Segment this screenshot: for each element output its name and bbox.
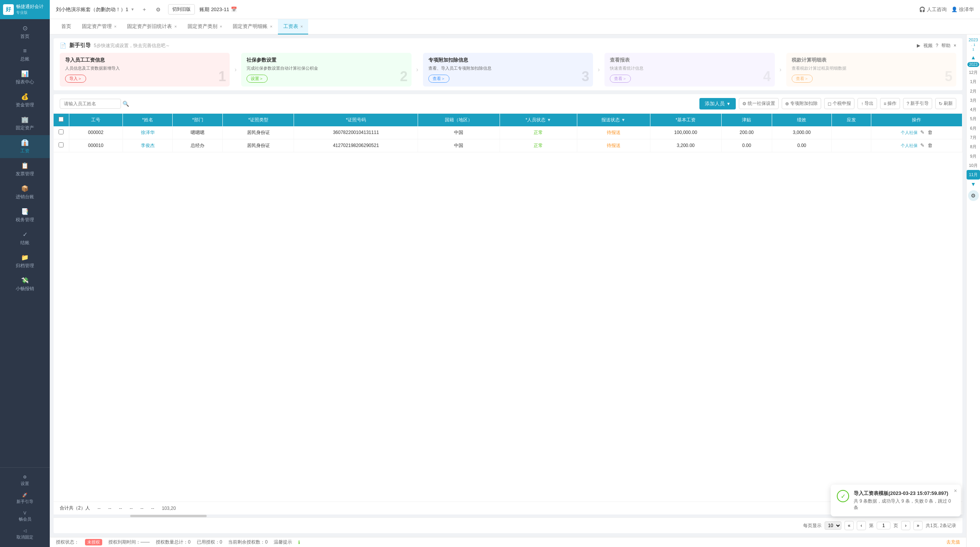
guide-close-button[interactable]: × <box>954 43 956 48</box>
calendar-icon[interactable]: 📅 <box>231 7 237 12</box>
account-selector[interactable]: 刘小艳演示账套（勿删勿动！）1 ▼ <box>56 6 134 13</box>
employee-name-link[interactable]: 徐泽华 <box>141 130 155 135</box>
add-account-button[interactable]: ＋ <box>139 4 150 15</box>
edit-icon[interactable]: ✎ <box>920 142 924 148</box>
cal-month-8[interactable]: 8月 <box>967 142 980 151</box>
cal-month-dec-prev[interactable]: 12月 <box>967 68 980 77</box>
ai-consult-button[interactable]: 🎧 人工咨询 <box>919 6 947 13</box>
prev-page-button[interactable]: ‹ <box>857 521 866 530</box>
table-row: 000010 李俊杰 总经办 居民身份证 412702198206290521 … <box>54 139 962 152</box>
sidebar-item-invoice[interactable]: 📋 发票管理 <box>0 158 50 181</box>
page-content: 📄 新手引导 5步快速完成设置，快去完善信息吧～ ▶ 视频 ? 帮助 × <box>50 34 980 547</box>
social-insurance-button[interactable]: ⚙ 统一社保设置 <box>739 98 779 109</box>
employee-name-link[interactable]: 李俊杰 <box>141 143 155 148</box>
tab-home[interactable]: 首页 <box>56 19 77 34</box>
settings-button[interactable]: ⚙ <box>153 4 163 15</box>
tax-declare-button[interactable]: ◻ 个税申报 <box>824 98 854 109</box>
personal-insurance-link[interactable]: 个人社保 <box>901 130 918 135</box>
calendar-up-button[interactable]: ▲ <box>968 53 979 62</box>
step-3-btn[interactable]: 查看＞ <box>428 75 449 83</box>
newbie-guide-button[interactable]: ? 新手引导 <box>903 98 932 109</box>
person-status-filter-icon[interactable]: ▼ <box>547 118 551 122</box>
cal-month-6[interactable]: 6月 <box>967 124 980 133</box>
personal-insurance-link[interactable]: 个人社保 <box>901 143 918 148</box>
step-1-btn[interactable]: 导入＞ <box>65 75 86 83</box>
guide-video-link[interactable]: 视频 <box>923 42 933 49</box>
sidebar-item-settings[interactable]: ⚙ 设置 <box>2 472 48 490</box>
cal-month-1[interactable]: 1月 <box>967 77 980 86</box>
step-2-btn[interactable]: 设置＞ <box>247 75 268 83</box>
toolbar-right: 添加人员 ▼ ⚙ 统一社保设置 ⊕ 专项附加扣除 ◻ <box>699 98 956 109</box>
next-page-button[interactable]: › <box>901 521 910 530</box>
sidebar-item-payroll[interactable]: 👔 工资 <box>0 135 50 158</box>
unpin-button[interactable]: ◁ 取消固定 <box>2 525 48 543</box>
sidebar-item-funds[interactable]: 💰 资金管理 <box>0 89 50 112</box>
sidebar-item-purchase[interactable]: 📦 进销台账 <box>0 181 50 204</box>
delete-icon[interactable]: 🗑 <box>928 142 933 148</box>
page-input[interactable]: 1 <box>877 522 890 529</box>
cal-month-3[interactable]: 3月 <box>967 96 980 105</box>
special-deduction-button[interactable]: ⊕ 专项附加扣除 <box>782 98 821 109</box>
last-page-button[interactable]: » <box>913 521 923 530</box>
per-page-select[interactable]: 10 20 50 <box>825 521 841 530</box>
tab-close-category[interactable]: × <box>220 24 222 29</box>
account-name: 刘小艳演示账套（勿删勿动！）1 <box>56 6 128 13</box>
data-table-wrapper: 工号 *姓名 *部门 *证照类型 *证照号码 国籍（地区） *人员状态 ▼ <box>54 114 962 502</box>
sidebar-item-ledger[interactable]: ≡ 总账 <box>0 44 50 66</box>
toast-success-icon: ✓ <box>837 490 849 502</box>
first-page-button[interactable]: « <box>844 521 854 530</box>
total-records: 共1页, 2条记录 <box>926 523 956 529</box>
cal-month-2[interactable]: 2月 <box>967 87 980 96</box>
sidebar-item-home[interactable]: ⊙ 首页 <box>0 21 50 44</box>
tab-category[interactable]: 固定资产类别 × <box>182 19 227 34</box>
cal-month-4[interactable]: 4月 <box>967 105 980 114</box>
search-input[interactable] <box>60 99 121 109</box>
switch-version-button[interactable]: 切到旧版 <box>168 4 195 15</box>
guide-steps: 1 导入员工工资信息 人员信息及工资数据新增导入 导入＞ › 2 社保参数设置 … <box>60 53 956 87</box>
edit-icon[interactable]: ✎ <box>920 129 924 135</box>
scrollbar-thumb[interactable] <box>130 515 207 517</box>
sidebar-item-archive[interactable]: 📁 归档管理 <box>0 250 50 273</box>
tab-fixed-assets[interactable]: 固定资产管理 × <box>77 19 122 34</box>
add-person-button[interactable]: 添加人员 ▼ <box>699 98 736 109</box>
cal-month-10[interactable]: 10月 <box>967 161 980 170</box>
cal-month-11[interactable]: 11月 <box>967 170 980 179</box>
sidebar-item-close[interactable]: ✓ 结账 <box>0 227 50 250</box>
refresh-button[interactable]: ↻ 刷新 <box>935 98 956 109</box>
header-checkbox[interactable] <box>54 114 69 126</box>
user-menu[interactable]: 👤 徐泽华 <box>951 6 974 13</box>
tab-close-payroll[interactable]: × <box>301 24 303 29</box>
sidebar-item-guide[interactable]: 🚀 新手引导 <box>2 490 48 508</box>
tab-close-detail-ledger[interactable]: × <box>270 24 272 29</box>
sidebar-item-tax[interactable]: 📑 税务管理 <box>0 204 50 227</box>
step-4-btn[interactable]: 查看＞ <box>610 75 631 83</box>
cal-month-5[interactable]: 5月 <box>967 114 980 123</box>
export-button[interactable]: ↑ 导出 <box>858 98 877 109</box>
assets-icon: 🏢 <box>21 116 29 123</box>
row-checkbox[interactable] <box>54 139 69 152</box>
operations-button[interactable]: ≡ 操作 <box>880 98 900 109</box>
calendar-down-button[interactable]: ▼ <box>968 180 979 189</box>
cal-month-7[interactable]: 7月 <box>967 133 980 142</box>
tab-depreciation[interactable]: 固定资产折旧统计表 × <box>122 19 182 34</box>
tab-detail-ledger[interactable]: 固定资产明细账 × <box>227 19 278 34</box>
step-5-btn[interactable]: 查看＞ <box>792 75 813 83</box>
submit-status-filter-icon[interactable]: ▼ <box>621 118 626 122</box>
charge-link[interactable]: 去充值 <box>946 539 960 545</box>
toast-close-button[interactable]: × <box>954 488 957 494</box>
tab-close-depreciation[interactable]: × <box>174 24 176 29</box>
horizontal-scrollbar[interactable] <box>54 514 962 518</box>
guide-help-link[interactable]: 帮助 <box>941 42 951 49</box>
delete-icon[interactable]: 🗑 <box>928 129 933 135</box>
sidebar-item-reports[interactable]: 📊 报表中心 <box>0 66 50 89</box>
sidebar-item-assets[interactable]: 🏢 固定资产 <box>0 112 50 135</box>
search-icon[interactable]: 🔍 <box>122 101 129 107</box>
select-all-checkbox[interactable] <box>59 117 64 122</box>
tab-payroll[interactable]: 工资表 × <box>278 19 308 34</box>
calendar-extra-icon[interactable]: ⚙ <box>968 190 979 201</box>
sidebar-item-member[interactable]: V 畅会员 <box>2 508 48 525</box>
tab-close-fixed-assets[interactable]: × <box>114 24 116 29</box>
cal-month-9[interactable]: 9月 <box>967 152 980 161</box>
sidebar-item-expense[interactable]: 💸 小畅报销 <box>0 273 50 296</box>
row-checkbox[interactable] <box>54 126 69 139</box>
